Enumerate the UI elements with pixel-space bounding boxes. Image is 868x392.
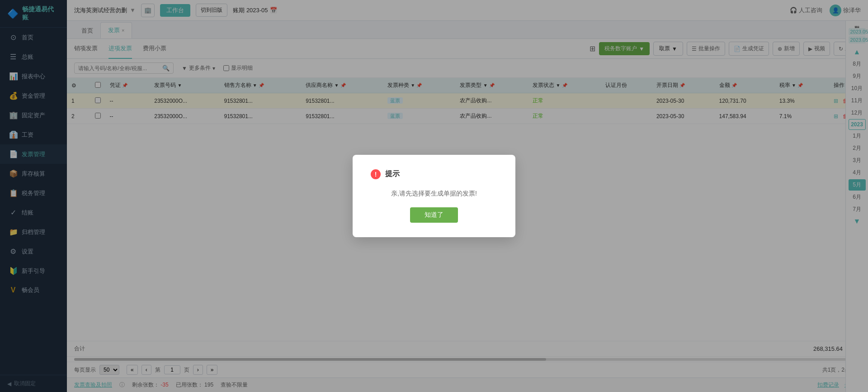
modal-ok-button[interactable]: 知道了 [410,207,458,223]
modal-title: 提示 [385,169,400,179]
warning-icon: ! [371,169,381,179]
modal-message: 亲,请先选择要生成单据的发票! [391,188,477,198]
modal-overlay[interactable]: ! 提示 亲,请先选择要生成单据的发票! 知道了 [0,0,868,392]
modal-dialog: ! 提示 亲,请先选择要生成单据的发票! 知道了 [353,155,515,237]
modal-title-row: ! 提示 [371,169,400,179]
